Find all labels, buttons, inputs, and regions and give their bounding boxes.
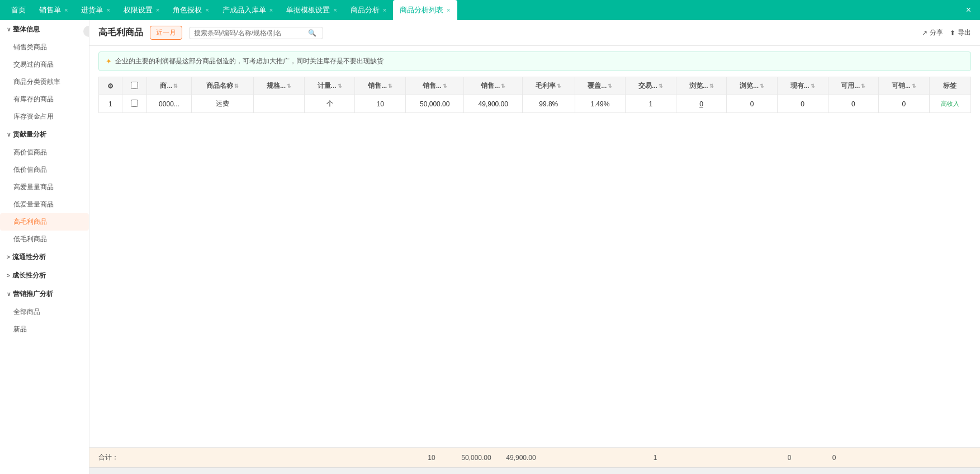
search-icon[interactable]: 🔍 [308,29,316,37]
footer-cell-7: 50,000.00 [454,454,499,462]
sidebar-item-new-goods[interactable]: 新品 [0,321,89,338]
select-all-checkbox[interactable] [131,82,138,89]
sidebar-item-high-value-goods[interactable]: 高价值商品 [0,144,89,161]
nav-item-home[interactable]: 首页 [4,0,32,20]
sort-icon-sales-cost[interactable]: ⇅ [501,83,505,89]
sort-icon-transactions[interactable]: ⇅ [659,83,663,89]
sidebar-item-high-freq-goods[interactable]: 高爱量量商品 [0,179,89,196]
nav-close-product-analysis[interactable]: × [383,7,386,13]
sort-icon-margin-rate[interactable]: ⇅ [557,83,561,89]
cell-margin-rate-0: 99.8% [523,95,575,113]
sort-icon-sales-amount[interactable]: ⇅ [443,83,447,89]
col-header-sales-amount[interactable]: 销售...⇅ [405,77,464,95]
sidebar-item-low-freq-goods[interactable]: 低爱量量商品 [0,196,89,213]
col-header-unit[interactable]: 计量...⇅ [304,77,355,95]
sort-icon-available-stock[interactable]: ⇅ [861,83,865,89]
sidebar-item-inventory-goods[interactable]: 有库存的商品 [0,91,89,108]
nav-item-role-permissions[interactable]: 角色授权× [166,0,215,20]
nav-close-purchase-order[interactable]: × [106,7,110,13]
arrow-icon-growth-analysis: > [7,273,10,279]
sort-icon-sales-qty[interactable]: ⇅ [388,83,392,89]
close-all-button[interactable]: × [962,5,976,15]
col-label-product-name: 商品名称 [206,81,233,91]
sort-icon-spec[interactable]: ⇅ [287,83,291,89]
arrow-icon-marketing-analysis: ∨ [7,291,11,297]
sidebar-group-title-treasure-analysis[interactable]: ∨贡献量分析 [0,125,89,144]
horizontal-scrollbar[interactable] [89,467,980,474]
share-button[interactable]: ↗ 分享 [922,28,943,37]
nav-close-product-analysis-list[interactable]: × [447,7,450,13]
sort-icon-unit[interactable]: ⇅ [338,83,342,89]
sidebar-group-label-treasure-analysis: 贡献量分析 [13,130,46,139]
col-header-sales-cost[interactable]: 销售...⇅ [464,77,523,95]
sidebar-group-label-marketing-analysis: 营销推广分析 [13,289,53,299]
nav-item-sales-order[interactable]: 销售单× [32,0,74,20]
col-header-coverage[interactable]: 覆盖...⇅ [575,77,626,95]
nav-item-purchase-order[interactable]: 进货单× [74,0,116,20]
row-checkbox-0[interactable] [131,100,138,107]
settings-icon[interactable]: ⚙ [107,82,113,90]
sidebar-item-goods-segment-contribution[interactable]: 商品分类贡献率 [0,73,89,91]
col-header-tag: 标签 [929,77,970,95]
nav-close-sales-order[interactable]: × [64,7,68,13]
nav-item-template-settings[interactable]: 单据模板设置× [280,0,343,20]
cell-available-stock-0: 0 [828,95,879,113]
col-header-transactions[interactable]: 交易...⇅ [626,77,676,95]
sidebar-item-traded-goods[interactable]: 交易过的商品 [0,56,89,73]
nav-item-product-analysis[interactable]: 商品分析× [344,0,393,20]
tag-label-0: 高收入 [941,100,959,107]
cell-sales-amount-0: 50,000.00 [405,95,464,113]
sidebar-group-title-growth-analysis[interactable]: >成长性分析 [0,266,89,285]
col-header-product-name[interactable]: 商品名称⇅ [191,77,253,95]
col-header-browse1[interactable]: 浏览...⇅ [676,77,727,95]
col-header-current-stock[interactable]: 现有...⇅ [777,77,828,95]
export-button[interactable]: ⬆ 导出 [950,28,971,37]
footer-cell-15: 0 [812,454,856,462]
sidebar-group-marketing-analysis: ∨营销推广分析全部商品新品 [0,285,89,338]
col-header-spec[interactable]: 规格...⇅ [254,77,305,95]
col-settings[interactable]: ⚙ [99,77,122,95]
sidebar-group-title-overall-info[interactable]: ∨整体信息 [0,20,89,39]
nav-close-role-permissions[interactable]: × [205,7,209,13]
col-header-sales-qty[interactable]: 销售...⇅ [355,77,406,95]
col-header-margin-rate[interactable]: 毛利率⇅ [523,77,575,95]
col-header-saleable-stock[interactable]: 可销...⇅ [879,77,930,95]
nav-item-permission-settings[interactable]: 权限设置× [117,0,166,20]
nav-close-product-storage[interactable]: × [269,7,273,13]
header-actions: ↗ 分享 ⬆ 导出 [922,28,971,37]
sort-icon-product-name[interactable]: ⇅ [234,83,239,89]
sort-icon-browse1[interactable]: ⇅ [709,83,714,89]
nav-item-product-analysis-list[interactable]: 商品分析列表× [393,0,457,20]
sidebar-item-inventory-fund-occupation[interactable]: 库存资金占用 [0,108,89,125]
sidebar-group-title-liquidity-analysis[interactable]: >流通性分析 [0,248,89,266]
nav-close-permission-settings[interactable]: × [156,7,159,13]
search-input[interactable] [194,29,306,37]
sidebar-item-high-margin-goods[interactable]: 高毛利商品 [0,213,89,231]
footer-label: 合计： [98,453,119,462]
sidebar-item-sales-goods[interactable]: 销售类商品 [0,39,89,56]
sort-icon-current-stock[interactable]: ⇅ [811,83,815,89]
export-icon: ⬆ [950,29,955,37]
cell-current-stock-0: 0 [777,95,828,113]
sidebar-item-low-margin-goods[interactable]: 低毛利商品 [0,231,89,248]
sidebar-group-title-marketing-analysis[interactable]: ∨营销推广分析 [0,285,89,303]
sort-icon-browse2[interactable]: ⇅ [760,83,764,89]
sort-icon-product-code[interactable]: ⇅ [173,83,178,89]
sort-icon-saleable-stock[interactable]: ⇅ [912,83,916,89]
sort-icon-coverage[interactable]: ⇅ [608,83,612,89]
col-header-available-stock[interactable]: 可用...⇅ [828,77,879,95]
browse1-link-0[interactable]: 0 [699,100,703,108]
col-header-product-code[interactable]: 商...⇅ [147,77,192,95]
sidebar-item-low-value-goods[interactable]: 低价值商品 [0,161,89,179]
col-label-browse2: 浏览... [740,81,759,91]
cell-browse2-0: 0 [727,95,778,113]
content-area: 高毛利商品 近一月 🔍 ↗ 分享 ⬆ 导出 ✦ 企业的主要的利润都是这部分商品创… [89,20,980,474]
nav-item-product-storage[interactable]: 产成品入库单× [216,0,280,20]
sidebar-group-overall-info: ∨整体信息销售类商品交易过的商品商品分类贡献率有库存的商品库存资金占用 [0,20,89,125]
filter-button[interactable]: 近一月 [150,26,182,40]
sidebar: 《 ∨整体信息销售类商品交易过的商品商品分类贡献率有库存的商品库存资金占用∨贡献… [0,20,89,474]
nav-close-template-settings[interactable]: × [333,7,337,13]
col-header-browse2[interactable]: 浏览...⇅ [727,77,778,95]
banner-text: 企业的主要的利润都是这部分商品创造的，可考虑加大推广，同时关注库存是不要出现缺货 [115,57,384,66]
sidebar-item-all-goods[interactable]: 全部商品 [0,303,89,321]
